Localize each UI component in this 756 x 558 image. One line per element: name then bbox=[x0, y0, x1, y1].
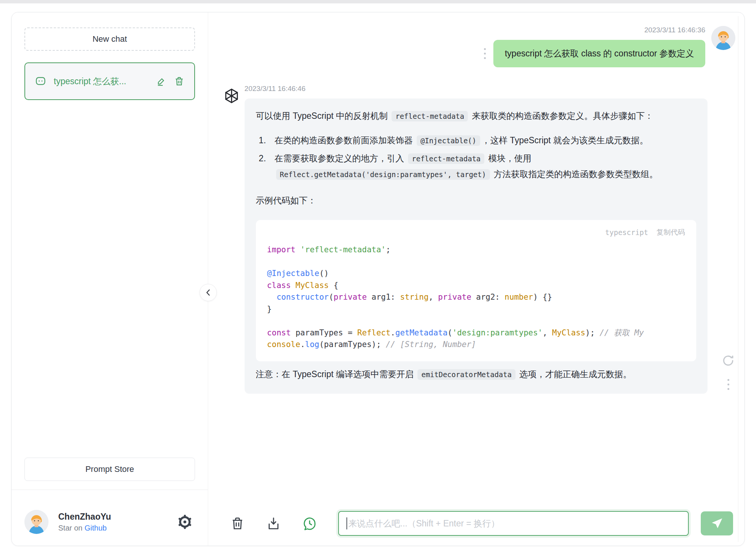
delete-chat-icon[interactable] bbox=[174, 76, 184, 86]
sidebar-footer: ChenZhaoYu Star on Github bbox=[12, 490, 208, 546]
inline-code: @Injectable() bbox=[417, 135, 480, 146]
star-on-text: Star on bbox=[58, 524, 85, 532]
user-name: ChenZhaoYu bbox=[58, 511, 167, 523]
prompt-store-label: Prompt Store bbox=[85, 464, 134, 474]
download-icon bbox=[266, 516, 281, 531]
sidebar-chat-item[interactable]: typescript 怎么获... bbox=[24, 62, 195, 100]
message-input[interactable]: 来说点什么吧...（Shift + Enter = 换行） bbox=[338, 511, 689, 536]
github-link[interactable]: Github bbox=[85, 524, 107, 532]
code-content: import 'reflect-metadata'; @Injectable()… bbox=[267, 244, 685, 351]
composer-bar: 来说点什么吧...（Shift + Enter = 换行） bbox=[208, 503, 744, 546]
user-message-menu-icon[interactable] bbox=[482, 47, 487, 61]
assistant-message: 2023/3/11 16:46:46 可以使用 TypeScript 中的反射机… bbox=[224, 85, 735, 394]
inline-code: reflect-metadata bbox=[408, 153, 484, 164]
sidebar: New chat typescript 怎么获... bbox=[12, 12, 208, 546]
main-panel: 2023/3/11 16:46:36 typescript 怎么获取 class… bbox=[208, 12, 744, 546]
new-chat-button[interactable]: New chat bbox=[24, 27, 195, 51]
assistant-message-actions bbox=[721, 353, 735, 391]
user-message-bubble: typescript 怎么获取 class 的 constructor 参数定义 bbox=[493, 40, 705, 67]
paper-plane-icon bbox=[711, 517, 723, 530]
code-block: typescript 复制代码 import 'reflect-metadata… bbox=[256, 220, 696, 361]
history-button[interactable] bbox=[302, 516, 317, 531]
inline-code: reflect-metadata bbox=[392, 111, 468, 121]
clear-conversation-button[interactable] bbox=[230, 516, 245, 531]
sidebar-collapse-button[interactable] bbox=[200, 284, 217, 301]
inline-code: Reflect.getMetadata('design:paramtypes',… bbox=[276, 169, 490, 180]
assistant-paragraph: 可以使用 TypeScript 中的反射机制 reflect-metadata … bbox=[256, 108, 696, 124]
user-message: 2023/3/11 16:46:36 typescript 怎么获取 class… bbox=[224, 26, 735, 67]
user-subtitle: Star on Github bbox=[58, 524, 167, 532]
list-item: 1. 在类的构造函数参数前面添加装饰器 @Injectable()，这样 Typ… bbox=[259, 133, 696, 149]
inline-code: emitDecoratorMetadata bbox=[417, 369, 515, 380]
assistant-steps-list: 1. 在类的构造函数参数前面添加装饰器 @Injectable()，这样 Typ… bbox=[259, 133, 696, 182]
app-container: New chat typescript 怎么获... bbox=[11, 12, 745, 546]
user-message-timestamp: 2023/3/11 16:46:36 bbox=[644, 26, 705, 35]
chevron-left-icon bbox=[204, 288, 213, 297]
assistant-paragraph: 示例代码如下： bbox=[256, 193, 696, 209]
scrollbar-track[interactable] bbox=[738, 16, 738, 542]
chat-history-icon bbox=[302, 516, 317, 531]
new-chat-label: New chat bbox=[92, 34, 127, 44]
assistant-message-timestamp: 2023/3/11 16:46:46 bbox=[245, 85, 305, 93]
regenerate-icon[interactable] bbox=[721, 353, 735, 368]
export-image-button[interactable] bbox=[266, 516, 281, 531]
user-avatar bbox=[24, 510, 48, 534]
chatgpt-logo-icon bbox=[224, 85, 239, 107]
list-item: 2. 在需要获取参数定义的地方，引入 reflect-metadata 模块，使… bbox=[259, 151, 696, 182]
trash-icon bbox=[230, 516, 245, 531]
assistant-note: 注意：在 TypeScript 编译选项中需要开启 emitDecoratorM… bbox=[256, 367, 696, 382]
code-language-label: typescript bbox=[605, 226, 648, 239]
user-message-avatar bbox=[711, 26, 735, 50]
settings-button[interactable] bbox=[177, 514, 193, 530]
copy-code-button[interactable]: 复制代码 bbox=[656, 226, 685, 239]
window-top-edge bbox=[0, 0, 756, 3]
chat-area: 2023/3/11 16:46:36 typescript 怎么获取 class… bbox=[208, 12, 744, 503]
gear-icon bbox=[177, 514, 193, 530]
prompt-store-button[interactable]: Prompt Store bbox=[24, 458, 195, 481]
assistant-message-bubble: 可以使用 TypeScript 中的反射机制 reflect-metadata … bbox=[245, 99, 708, 394]
text-caret bbox=[346, 517, 347, 529]
assistant-message-menu-icon[interactable] bbox=[726, 378, 731, 391]
chat-bubble-icon bbox=[35, 76, 46, 87]
send-button[interactable] bbox=[701, 511, 733, 535]
edit-icon[interactable] bbox=[156, 76, 166, 86]
chat-item-title: typescript 怎么获... bbox=[54, 76, 148, 87]
input-placeholder: 来说点什么吧...（Shift + Enter = 换行） bbox=[348, 518, 500, 529]
